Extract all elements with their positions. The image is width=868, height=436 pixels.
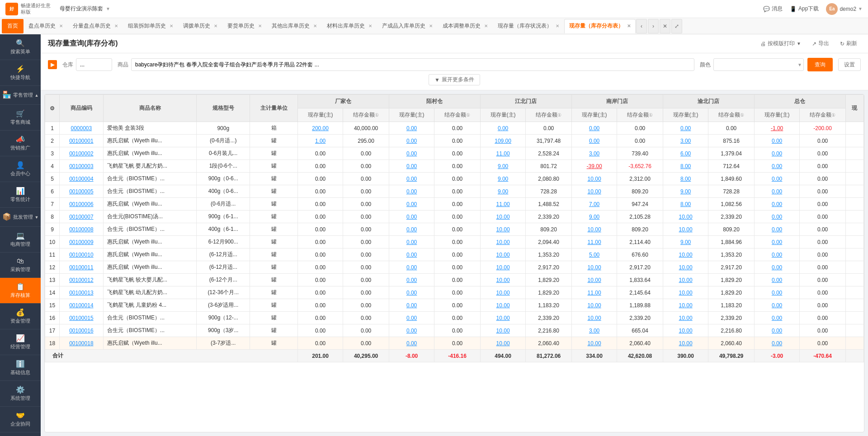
- row-mocun-qty[interactable]: 0.00: [389, 173, 434, 185]
- refresh-btn[interactable]: ↻ 刷新: [836, 38, 861, 49]
- settings-icon[interactable]: ⚙: [50, 105, 55, 112]
- row-total-qty[interactable]: 0.00: [754, 261, 799, 274]
- info-circle-icon[interactable]: ①: [831, 113, 835, 117]
- row-factory-qty[interactable]: 0.00: [297, 211, 343, 223]
- tab-close-icon[interactable]: ✕: [556, 23, 559, 28]
- row-mocun-qty[interactable]: 0.00: [389, 286, 434, 299]
- row-jiangbei-qty[interactable]: 10.00: [480, 274, 525, 286]
- row-total-qty[interactable]: 0.00: [754, 211, 799, 223]
- sidebar-item-basic-info[interactable]: ℹ️ 基础信息: [0, 355, 41, 381]
- tab-8[interactable]: 产成品入库单历史 ✕: [377, 19, 438, 33]
- row-total-qty[interactable]: 0.00: [754, 236, 799, 248]
- row-factory-qty[interactable]: 0.00: [297, 337, 343, 350]
- row-total-qty[interactable]: 0.00: [754, 160, 799, 173]
- row-total-qty[interactable]: 0.00: [754, 185, 799, 198]
- tab-close-icon[interactable]: ✕: [258, 23, 262, 28]
- tab-prev-btn[interactable]: ‹: [636, 19, 647, 33]
- row-factory-qty[interactable]: 0.00: [297, 173, 343, 185]
- row-yubei-qty[interactable]: 8.00: [663, 198, 708, 211]
- row-nanan-qty[interactable]: 10.00: [571, 299, 617, 312]
- row-total-qty[interactable]: 0.00: [754, 286, 799, 299]
- tab-11-active[interactable]: 现存量（库存分布表） ✕: [564, 19, 636, 33]
- row-factory-qty[interactable]: 0.00: [297, 198, 343, 211]
- row-jiangbei-qty[interactable]: 10.00: [480, 261, 525, 274]
- tab-close-icon[interactable]: ✕: [59, 23, 63, 28]
- sidebar-item-retail-mall[interactable]: 🛒 零售商城: [0, 105, 41, 131]
- row-mocun-qty[interactable]: 0.00: [389, 299, 434, 312]
- tab-1[interactable]: 盘点单历史 ✕: [24, 19, 68, 33]
- row-yubei-qty[interactable]: 10.00: [663, 261, 708, 274]
- info-circle-icon[interactable]: ①: [375, 113, 379, 117]
- row-mocun-qty[interactable]: 0.00: [389, 160, 434, 173]
- row-jiangbei-qty[interactable]: 10.00: [480, 211, 525, 223]
- tab-close-icon[interactable]: ✕: [114, 23, 118, 28]
- row-total-qty[interactable]: -1.00: [754, 122, 799, 135]
- tab-6[interactable]: 其他出库单历史 ✕: [267, 19, 322, 33]
- row-jiangbei-qty[interactable]: 9.00: [480, 160, 525, 173]
- sidebar-item-retail-mgmt[interactable]: 🏪 零售管理 ▲: [0, 86, 41, 105]
- tab-10[interactable]: 现存量（库存状况表） ✕: [493, 19, 564, 33]
- row-factory-qty[interactable]: 0.00: [297, 223, 343, 236]
- row-total-qty[interactable]: 0.00: [754, 147, 799, 160]
- row-factory-qty[interactable]: 0.00: [297, 160, 343, 173]
- row-yubei-qty[interactable]: 9.00: [663, 236, 708, 248]
- row-yubei-qty[interactable]: 8.00: [663, 173, 708, 185]
- row-jiangbei-qty[interactable]: 10.00: [480, 324, 525, 337]
- row-jiangbei-qty[interactable]: 0.00: [480, 122, 525, 135]
- tab-close-icon[interactable]: ✕: [170, 23, 173, 28]
- row-mocun-qty[interactable]: 0.00: [389, 236, 434, 248]
- row-jiangbei-qty[interactable]: 11.00: [480, 147, 525, 160]
- row-jiangbei-qty[interactable]: 10.00: [480, 299, 525, 312]
- row-nanan-qty[interactable]: 10.00: [571, 185, 617, 198]
- sidebar-item-wholesale[interactable]: 📦 批发管理 ▼: [0, 208, 41, 227]
- row-jiangbei-qty[interactable]: 11.00: [480, 198, 525, 211]
- row-yubei-qty[interactable]: 10.00: [663, 337, 708, 350]
- row-factory-qty[interactable]: 0.00: [297, 248, 343, 261]
- sidebar-item-finance[interactable]: 💰 资金管理: [0, 304, 41, 329]
- row-total-qty[interactable]: 0.00: [754, 223, 799, 236]
- row-jiangbei-qty[interactable]: 9.00: [480, 185, 525, 198]
- row-jiangbei-qty[interactable]: 10.00: [480, 236, 525, 248]
- query-btn[interactable]: 查询: [807, 58, 833, 71]
- tab-close-icon[interactable]: ✕: [368, 23, 372, 28]
- row-nanan-qty[interactable]: 10.00: [571, 173, 617, 185]
- row-jiangbei-qty[interactable]: 10.00: [480, 223, 525, 236]
- row-yubei-qty[interactable]: 0.00: [663, 122, 708, 135]
- row-nanan-qty[interactable]: 10.00: [571, 337, 617, 350]
- sidebar-item-collab[interactable]: 🤝 企业协同: [0, 407, 41, 432]
- row-total-qty[interactable]: 0.00: [754, 274, 799, 286]
- sidebar-item-system[interactable]: ⚙️ 系统管理: [0, 381, 41, 407]
- sidebar-item-search[interactable]: 🔍 搜索英单: [0, 34, 41, 60]
- industry-selector[interactable]: 母婴行业演示陈套 ▼: [60, 5, 110, 13]
- row-factory-qty[interactable]: 1.00: [297, 135, 343, 147]
- sidebar-item-inventory[interactable]: 📋 库存核算: [0, 278, 41, 304]
- row-total-qty[interactable]: 0.00: [754, 198, 799, 211]
- sidebar-item-marketing[interactable]: 📣 营销推广: [0, 131, 41, 156]
- row-total-qty[interactable]: 0.00: [754, 312, 799, 324]
- tab-home[interactable]: 首页: [2, 19, 24, 33]
- row-mocun-qty[interactable]: 0.00: [389, 248, 434, 261]
- row-nanan-qty[interactable]: 3.00: [571, 324, 617, 337]
- row-mocun-qty[interactable]: 0.00: [389, 274, 434, 286]
- sidebar-item-retail-stats[interactable]: 📊 零售统计: [0, 182, 41, 208]
- row-nanan-qty[interactable]: 3.00: [571, 147, 617, 160]
- sidebar-item-ecommerce[interactable]: 💻 电商管理: [0, 227, 41, 253]
- app-download-btn[interactable]: 📱 App下载: [790, 5, 819, 13]
- row-nanan-qty[interactable]: 10.00: [571, 223, 617, 236]
- row-factory-qty[interactable]: 0.00: [297, 312, 343, 324]
- row-yubei-qty[interactable]: 9.00: [663, 185, 708, 198]
- row-jiangbei-qty[interactable]: 9.00: [480, 173, 525, 185]
- row-factory-qty[interactable]: 0.00: [297, 185, 343, 198]
- row-nanan-qty[interactable]: 7.00: [571, 198, 617, 211]
- row-factory-qty[interactable]: 0.00: [297, 274, 343, 286]
- row-nanan-qty[interactable]: 11.00: [571, 236, 617, 248]
- tab-next-btn[interactable]: ›: [648, 19, 659, 33]
- row-mocun-qty[interactable]: 0.00: [389, 312, 434, 324]
- row-total-qty[interactable]: 0.00: [754, 299, 799, 312]
- th-gear[interactable]: ⚙: [45, 95, 60, 122]
- tab-close-icon[interactable]: ✕: [214, 23, 217, 28]
- table-container[interactable]: ⚙ 商品编码 商品名称 规格型号 主计量单位 厂家仓 陌村仓 江北门店 南岸门店…: [44, 94, 864, 432]
- row-mocun-qty[interactable]: 0.00: [389, 135, 434, 147]
- row-factory-qty[interactable]: 0.00: [297, 236, 343, 248]
- row-factory-qty[interactable]: 0.00: [297, 299, 343, 312]
